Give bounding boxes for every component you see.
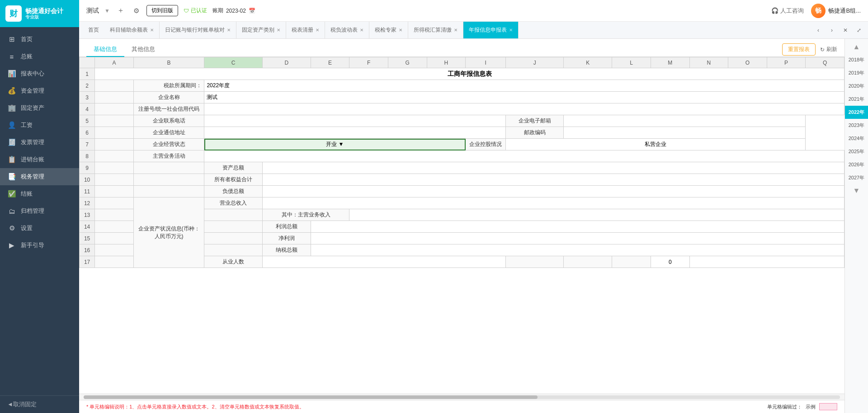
sidebar-item-资金管理[interactable]: 💰资金管理 (0, 82, 79, 99)
cell-17-6[interactable]: 0 (651, 256, 689, 268)
cell-17-2[interactable] (262, 256, 505, 268)
spreadsheet-scroll[interactable]: ABCDEFGHIJKLMNOPQ 1工商年报信息表2税款所属期间：2022年度… (79, 57, 844, 394)
cancel-fixed-btn[interactable]: ◄取消固定 (0, 395, 79, 413)
cell-14-3[interactable] (311, 221, 844, 233)
row-num-15: 15 (80, 233, 95, 244)
cell-10-3[interactable] (262, 174, 844, 186)
tab-2[interactable]: 日记账与银行对账单核对✕ (160, 22, 236, 39)
cell-3-2[interactable]: 测试 (204, 92, 844, 103)
content-area: 基础信息其他信息 重置报表 ↻ 刷新 ABCDEFGHIJKLMNOPQ 1工商… (79, 39, 868, 413)
sidebar-icon-设置: ⚙ (7, 224, 16, 232)
sidebar-item-进销台账[interactable]: 📋进销台账 (0, 151, 79, 168)
tab-6[interactable]: 税检专家✕ (369, 22, 408, 39)
row-num-11: 11 (80, 186, 95, 197)
sidebar-item-总账[interactable]: ≡总账 (0, 48, 79, 65)
cell-16-3[interactable] (311, 244, 844, 256)
subtab-基础信息[interactable]: 基础信息 (86, 42, 124, 57)
year-item-2019年[interactable]: 2019年 (845, 66, 868, 80)
year-down-btn[interactable]: ▼ (845, 184, 868, 197)
cell-5-3: 企业电子邮箱 (505, 115, 563, 127)
cell-17-7[interactable] (689, 256, 844, 268)
tab-close-icon[interactable]: ✕ (150, 28, 154, 33)
cell-12-2: 营业总收入 (204, 197, 262, 209)
refresh-btn[interactable]: ↻ 刷新 (820, 46, 837, 53)
cell-15-3[interactable] (311, 233, 844, 244)
tab-close-icon[interactable]: ✕ (227, 28, 231, 33)
horizontal-scrollbar[interactable] (79, 394, 844, 400)
tab-next-btn[interactable]: › (826, 25, 837, 36)
year-item-2023年[interactable]: 2023年 (845, 119, 868, 132)
cell-7-2[interactable]: 开业 ▼ (204, 139, 466, 150)
sidebar-icon-税务管理: 📑 (7, 173, 16, 181)
year-item-2027年[interactable]: 2027年 (845, 171, 868, 184)
year-up-btn[interactable]: ▲ (845, 41, 868, 53)
tab-8[interactable]: 年报信息申报表✕ (463, 22, 519, 39)
sidebar-item-报表中心[interactable]: 📊报表中心 (0, 65, 79, 82)
tabbar-controls: ‹ › ✕ ⤢ (813, 25, 864, 36)
tab-prev-btn[interactable]: ‹ (813, 25, 824, 36)
service-btn[interactable]: 🎧 人工咨询 (771, 7, 804, 15)
app-name: 畅捷通好会计 (25, 7, 63, 15)
sidebar: 财 畅捷通好会计 专业版 ⊞首页≡总账📊报表中心💰资金管理🏢固定资产👤工资🧾发票… (0, 0, 79, 413)
tab-close-all-btn[interactable]: ✕ (840, 25, 851, 36)
subtab-其他信息[interactable]: 其他信息 (124, 42, 162, 57)
cell-10-1 (133, 174, 204, 186)
topbar-add-btn[interactable]: ＋ (115, 4, 126, 17)
spreadsheet-table: ABCDEFGHIJKLMNOPQ 1工商年报信息表2税款所属期间：2022年度… (79, 57, 844, 268)
year-item-2022年[interactable]: 2022年 (845, 106, 868, 119)
sidebar-item-归档管理[interactable]: 🗂归档管理 (0, 202, 79, 220)
tab-7[interactable]: 所得税汇算清缴✕ (408, 22, 463, 39)
tab-5[interactable]: 税负波动表✕ (325, 22, 369, 39)
tab-close-icon[interactable]: ✕ (360, 28, 363, 33)
cell-12-3[interactable] (262, 197, 844, 209)
col-header-J: J (505, 57, 563, 68)
switch-version-btn[interactable]: 切到旧版 (146, 5, 178, 16)
table-row-10: 10所有者权益合计 (80, 174, 844, 186)
tab-close-icon[interactable]: ✕ (316, 28, 319, 33)
sidebar-icon-工资: 👤 (7, 121, 16, 129)
year-item-2020年[interactable]: 2020年 (845, 80, 868, 93)
cell-7-4[interactable]: 私营企业 (505, 139, 805, 150)
sidebar-item-设置[interactable]: ⚙设置 (0, 220, 79, 237)
table-row-9: 9资产总额 (80, 162, 844, 174)
cell-9-3[interactable] (262, 162, 844, 174)
cell-4-2[interactable] (204, 103, 844, 115)
sidebar-item-固定资产[interactable]: 🏢固定资产 (0, 99, 79, 117)
tab-home[interactable]: 首页 (83, 26, 104, 34)
year-item-2018年[interactable]: 2018年 (845, 53, 868, 66)
sidebar-icon-发票管理: 🧾 (7, 138, 16, 146)
year-item-2024年[interactable]: 2024年 (845, 132, 868, 145)
cell-6-4[interactable] (564, 127, 806, 139)
topbar-settings-btn[interactable]: ⚙ (132, 5, 141, 17)
tab-close-icon[interactable]: ✕ (454, 28, 458, 33)
cell-11-3[interactable] (262, 186, 844, 197)
col-header-D: D (262, 57, 311, 68)
tab-close-icon[interactable]: ✕ (277, 28, 280, 33)
topbar-dropdown-arrow[interactable]: ▼ (104, 8, 110, 14)
sidebar-item-发票管理[interactable]: 🧾发票管理 (0, 134, 79, 151)
sidebar-item-结账[interactable]: ✅结账 (0, 185, 79, 202)
calendar-icon[interactable]: 📅 (249, 8, 255, 14)
year-item-2021年[interactable]: 2021年 (845, 93, 868, 106)
year-item-2025年[interactable]: 2025年 (845, 145, 868, 158)
cell-6-2[interactable] (204, 127, 506, 139)
tab-3[interactable]: 固定资产类别✕ (236, 22, 286, 39)
sidebar-item-工资[interactable]: 👤工资 (0, 117, 79, 134)
tab-1[interactable]: 科目辅助余额表✕ (104, 22, 160, 39)
tab-expand-btn[interactable]: ⤢ (854, 25, 864, 36)
user-menu[interactable]: 畅 畅捷通B组... (811, 4, 861, 18)
tab-close-icon[interactable]: ✕ (399, 28, 402, 33)
cell-5-4[interactable] (564, 115, 806, 127)
table-row-5: 5企业联系电话企业电子邮箱 (80, 115, 844, 127)
cell-5-2[interactable] (204, 115, 506, 127)
year-item-2026年[interactable]: 2026年 (845, 158, 868, 171)
sidebar-item-新手引导[interactable]: ▶新手引导 (0, 237, 79, 254)
tab-4[interactable]: 税表清册✕ (286, 22, 325, 39)
tab-close-icon[interactable]: ✕ (509, 28, 513, 33)
sidebar-item-税务管理[interactable]: 📑税务管理 (0, 168, 79, 185)
sidebar-item-首页[interactable]: ⊞首页 (0, 31, 79, 48)
reset-report-btn[interactable]: 重置报表 (782, 43, 816, 56)
cell-13-3[interactable] (349, 209, 844, 221)
cell-2-2[interactable]: 2022年度 (204, 80, 844, 92)
cell-8-2[interactable] (204, 150, 844, 162)
